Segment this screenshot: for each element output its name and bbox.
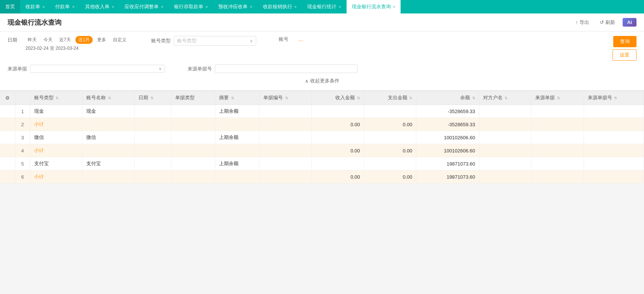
close-tab-0-icon[interactable]: × [42,4,45,9]
td-source-doc [531,144,584,157]
td-account-name [82,118,134,131]
source-doc-num-input[interactable] [215,64,357,73]
th-doc-no[interactable]: 单据编号 ⇅ [259,91,311,105]
collapse-icon: ∧ [305,78,309,84]
td-counterparty [479,118,531,131]
account-type-label: 账号类型 [151,37,171,44]
close-tab-7-icon[interactable]: × [339,4,341,9]
table-row: 2小计0.000.00-3528659.33 [0,118,644,131]
export-icon: ↑ [576,19,578,25]
nav-home[interactable]: 首页 [0,0,20,13]
th-account-type[interactable]: 账号类型 ⇅ [30,91,82,105]
close-tab-5-icon[interactable]: × [250,4,252,9]
td-row-num: 1 [15,105,30,118]
td-account-name [82,170,134,184]
refresh-button[interactable]: ↺ 刷新 [597,18,618,27]
source-doc-num-label: 来源单据号 [188,66,212,72]
collapse-bar[interactable]: ∧ 收起更多条件 [8,76,636,86]
td-account-name: 微信 [82,131,134,144]
td-expense: 0.00 [364,118,416,131]
td-summary [215,170,259,184]
td-balance: 19871073.60 [416,170,479,184]
td-account-type: 小计 [30,118,82,131]
nav-tab-7[interactable]: 现金银行统计 × [302,0,346,13]
account-dots-button[interactable]: ... [297,36,305,43]
td-source-doc [531,105,584,118]
sort-source-doc-icon: ⇅ [557,96,560,100]
close-tab-6-icon[interactable]: × [294,4,297,9]
td-source-doc-no [584,118,644,131]
td-empty-gear [0,118,15,131]
nav-tab-0[interactable]: 收款单 × [20,0,50,13]
sort-counterparty-icon: ⇅ [504,96,507,100]
th-account-name[interactable]: 账号名称 ⇅ [82,91,134,105]
sort-date-icon: ⇅ [150,96,153,100]
nav-tab-3[interactable]: 应收应付调整单 × [119,0,168,13]
top-navigation: 首页 收款单 × 付款单 × 其他收入单 × 应收应付调整单 × 银行存取款单 … [0,0,644,13]
td-income [312,105,364,118]
nav-tab-2[interactable]: 其他收入单 × [80,0,119,13]
td-income: 0.00 [312,144,364,157]
date-btn-1month[interactable]: 近1月 [75,36,93,44]
close-tab-8-icon[interactable]: × [393,4,395,9]
td-doc-type [171,105,215,118]
th-counterparty[interactable]: 对方户名 ⇅ [479,91,531,105]
nav-tab-5[interactable]: 预收冲应收单 × [213,0,257,13]
sort-balance-icon: ⇅ [472,96,475,100]
source-doc-select[interactable]: ∨ [30,65,165,73]
header-actions: ↑ 导出 ↺ 刷新 Ai [573,18,637,27]
date-btn-7days[interactable]: 近7天 [57,36,73,44]
nav-tab-4[interactable]: 银行存取款单 × [169,0,213,13]
date-btn-yesterday[interactable]: 昨天 [26,36,39,44]
td-row-num: 4 [15,144,30,157]
td-row-num: 5 [15,157,30,170]
th-income[interactable]: 收入金额 ⇅ [312,91,364,105]
th-source-doc[interactable]: 来源单据 ⇅ [531,91,584,105]
td-doc-type [171,157,215,170]
td-date [135,170,171,184]
table-row: 1现金现金上期余额-3528659.33 [0,105,644,118]
td-row-num: 2 [15,118,30,131]
th-summary[interactable]: 摘要 ⇅ [215,91,259,105]
close-tab-1-icon[interactable]: × [72,4,74,9]
td-row-num: 6 [15,170,30,184]
th-gear[interactable]: ⚙ [0,91,15,105]
td-date [135,118,171,131]
table-row: 4小计0.000.00100102606.60 [0,144,644,157]
td-date [135,157,171,170]
account-type-select[interactable]: 账号类型 ∨ [174,36,256,46]
th-source-doc-no[interactable]: 来源单据号 ⇅ [584,91,644,105]
td-income [312,157,364,170]
td-source-doc-no [584,170,644,184]
nav-tab-6[interactable]: 收款核销执行 × [258,0,302,13]
nav-tab-1[interactable]: 付款单 × [50,0,80,13]
td-source-doc-no [584,157,644,170]
date-btn-custom[interactable]: 自定义 [111,36,129,44]
close-tab-3-icon[interactable]: × [161,4,163,9]
sort-summary-icon: ⇅ [231,96,234,100]
date-btn-more[interactable]: 更多 [95,36,108,44]
td-doc-type [171,144,215,157]
source-doc-label: 来源单据 [8,66,27,72]
td-empty-gear [0,131,15,144]
account-label: 账号 [279,36,294,43]
date-range-display: 2023-02-24 至 2023-03-24 [26,46,78,51]
nav-tab-8[interactable]: 现金银行流水查询 × [347,0,401,13]
ai-button[interactable]: Ai [623,18,636,27]
td-expense [364,105,416,118]
settings-button[interactable]: 设置 [612,49,636,61]
export-button[interactable]: ↑ 导出 [573,18,593,27]
close-tab-4-icon[interactable]: × [206,4,208,9]
td-balance: -3528659.33 [416,118,479,131]
td-empty-gear [0,105,15,118]
th-balance[interactable]: 余额 ⇅ [416,91,479,105]
td-account-type: 现金 [30,105,82,118]
td-counterparty [479,131,531,144]
query-button[interactable]: 查询 [613,36,636,47]
close-tab-2-icon[interactable]: × [112,4,114,9]
date-btn-today[interactable]: 今天 [41,36,55,44]
td-summary: 上期余额 [215,131,259,144]
th-expense[interactable]: 支出金额 ⇅ [364,91,416,105]
th-date[interactable]: 日期 ⇅ [135,91,171,105]
table-row: 6小计0.000.0019871073.60 [0,170,644,184]
